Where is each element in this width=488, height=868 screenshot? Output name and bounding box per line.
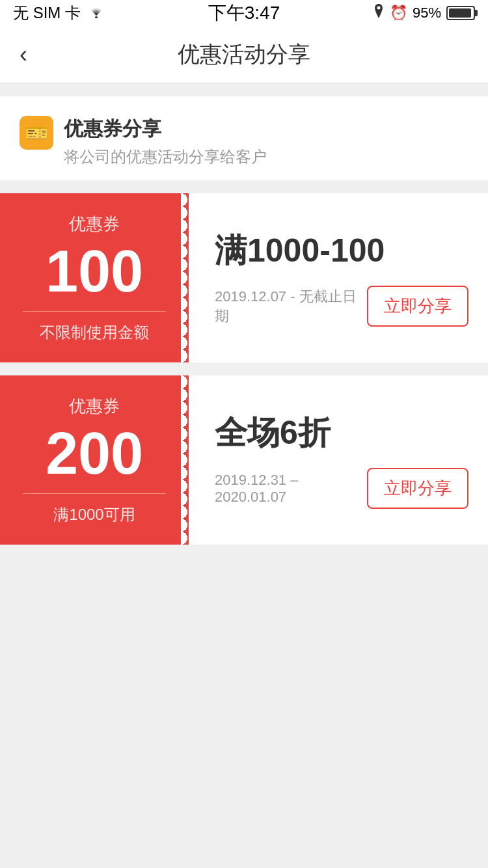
coupon-amount-0: 100 bbox=[46, 242, 143, 301]
status-left: 无 SIM 卡 bbox=[13, 3, 105, 23]
coupon-card: 优惠券 100 不限制使用金额 满1000-100 2019.12.07 - 无… bbox=[0, 193, 488, 362]
coupon-left-1: 优惠券 200 满1000可用 bbox=[0, 375, 189, 545]
coupon-name-0: 满1000-100 bbox=[215, 229, 468, 273]
svg-point-0 bbox=[95, 16, 98, 18]
section-header: 🎫 优惠券分享 将公司的优惠活动分享给客户 bbox=[0, 96, 488, 180]
battery-icon bbox=[446, 6, 475, 20]
status-bar: 无 SIM 卡 下午3:47 ⏰ 95% bbox=[0, 0, 488, 26]
coupon-bottom-row-0: 2019.12.07 - 无截止日期 立即分享 bbox=[215, 286, 468, 327]
section-title: 优惠券分享 bbox=[64, 116, 267, 142]
nav-bar: ‹ 优惠活动分享 bbox=[0, 26, 488, 83]
coupon-date-0: 2019.12.07 - 无截止日期 bbox=[215, 287, 360, 326]
section-text: 优惠券分享 将公司的优惠活动分享给客户 bbox=[64, 116, 267, 167]
coupon-left-0: 优惠券 100 不限制使用金额 bbox=[0, 193, 189, 362]
coupon-divider-0 bbox=[23, 311, 166, 312]
page-title: 优惠活动分享 bbox=[178, 40, 310, 70]
coupon-right-0: 满1000-100 2019.12.07 - 无截止日期 立即分享 bbox=[189, 193, 488, 362]
coupon-icon: 🎫 bbox=[20, 116, 53, 150]
share-button-0[interactable]: 立即分享 bbox=[367, 286, 468, 327]
coupon-label-0: 优惠券 bbox=[69, 213, 120, 236]
wifi-icon bbox=[87, 4, 105, 22]
status-right: ⏰ 95% bbox=[373, 4, 475, 22]
battery-percent: 95% bbox=[413, 5, 441, 21]
share-button-1[interactable]: 立即分享 bbox=[367, 468, 468, 509]
coupon-bottom-row-1: 2019.12.31 – 2020.01.07 立即分享 bbox=[215, 468, 468, 509]
coupon-right-1: 全场6折 2019.12.31 – 2020.01.07 立即分享 bbox=[189, 375, 488, 545]
section-subtitle: 将公司的优惠活动分享给客户 bbox=[64, 146, 267, 167]
coupon-card: 优惠券 200 满1000可用 全场6折 2019.12.31 – 2020.0… bbox=[0, 375, 488, 545]
alarm-icon: ⏰ bbox=[390, 5, 407, 21]
location-icon bbox=[373, 4, 385, 22]
coupon-name-1: 全场6折 bbox=[215, 411, 468, 455]
coupon-amount-1: 200 bbox=[46, 424, 143, 483]
coupon-condition-1: 满1000可用 bbox=[53, 504, 135, 525]
coupon-date-1: 2019.12.31 – 2020.01.07 bbox=[215, 472, 360, 506]
back-button[interactable]: ‹ bbox=[20, 41, 27, 68]
coupons-list: 优惠券 100 不限制使用金额 满1000-100 2019.12.07 - 无… bbox=[0, 193, 488, 558]
coupon-condition-0: 不限制使用金额 bbox=[40, 322, 149, 343]
coupon-divider-1 bbox=[23, 493, 166, 494]
status-time: 下午3:47 bbox=[208, 1, 280, 25]
coupon-label-1: 优惠券 bbox=[69, 395, 120, 418]
carrier-label: 无 SIM 卡 bbox=[13, 3, 81, 23]
